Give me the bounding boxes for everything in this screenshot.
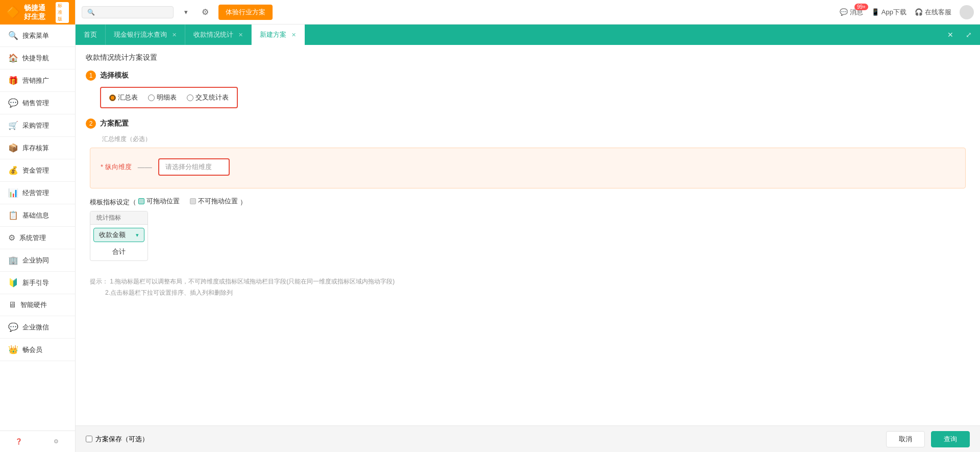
step2-title: 方案配置: [100, 119, 129, 128]
tips-item1: 提示： 1.拖动标题栏可以调整布局，不可跨维度或指标区域拖动栏目字段(只能在同一…: [90, 276, 966, 288]
radio-detail[interactable]: 明细表: [148, 93, 177, 102]
step1-header: 1 选择模板: [86, 70, 970, 81]
sidebar-item-guide[interactable]: 🔰 新手引导: [0, 272, 75, 294]
sidebar-item-purchase[interactable]: 🛒 采购管理: [0, 114, 75, 137]
sidebar-label-smart-hw: 智能硬件: [20, 300, 47, 310]
tab-home[interactable]: 首页: [76, 25, 106, 45]
radio-summary[interactable]: 汇总表: [109, 93, 138, 102]
settings-icon: ⚙: [54, 438, 59, 445]
metrics-label-text: 模板指标设定（: [90, 198, 136, 206]
sidebar-nav: 🔍 搜索菜单 🏠 快捷导航 🎁 营销推广 💬 销售管理 🛒 采购管理 📦 库存核…: [0, 25, 75, 431]
radio-cross[interactable]: 交叉统计表: [187, 93, 229, 102]
online-service-icon: 🎧: [915, 8, 923, 16]
sidebar-label-search-menu: 搜索菜单: [22, 31, 49, 40]
search-box[interactable]: 🔍: [82, 6, 174, 18]
sidebar-label-marketing: 营销推广: [22, 76, 49, 85]
sidebar-item-enterprise[interactable]: 🏢 企业协同: [0, 249, 75, 272]
sidebar-item-basic-info[interactable]: 📋 基础信息: [0, 204, 75, 227]
sidebar-label-finance: 资金管理: [22, 166, 49, 175]
save-checkbox-label: 方案保存（可选）: [95, 435, 149, 444]
app-download-label: App下载: [881, 8, 906, 17]
notification-item[interactable]: 💬 消息 99+: [840, 8, 863, 17]
metrics-separator: [181, 198, 188, 206]
logo-icon: 🔶: [6, 6, 20, 19]
sidebar-bottom-help[interactable]: ❓: [0, 435, 38, 448]
tab-bank-flow[interactable]: 现金银行流水查询 ✕: [106, 25, 185, 45]
radio-detail-input[interactable]: [148, 94, 155, 101]
radio-summary-input[interactable]: [109, 94, 116, 101]
bank-flow-tab-label: 现金银行流水查询: [114, 30, 167, 39]
sidebar-item-search-menu[interactable]: 🔍 搜索菜单: [0, 25, 75, 47]
sidebar-label-sales: 销售管理: [22, 99, 49, 108]
metrics-tag-amount[interactable]: 收款金额 ▾: [93, 228, 144, 242]
sidebar-item-inventory[interactable]: 📦 库存核算: [0, 137, 75, 159]
sidebar-item-smart-hw[interactable]: 🖥 智能硬件: [0, 294, 75, 316]
dimension-box: * 纵向维度 —— 请选择分组维度: [90, 148, 966, 188]
metrics-config: 模板指标设定（ 可拖动位置 不可拖动位置 ） 统计: [86, 197, 970, 261]
page-title: 收款情况统计方案设置: [86, 53, 970, 62]
dimension-select[interactable]: 请选择分组维度: [158, 158, 230, 176]
fixed-legend-dot: [190, 198, 196, 204]
radio-cross-input[interactable]: [187, 94, 193, 101]
new-plan-tab-close[interactable]: ✕: [291, 32, 296, 38]
purchase-icon: 🛒: [8, 121, 18, 130]
sidebar-item-marketing[interactable]: 🎁 营销推广: [0, 69, 75, 92]
search-menu-icon: 🔍: [8, 31, 18, 40]
tabbar-actions: ✕ ⤢: [943, 28, 980, 42]
receipt-stats-tab-close[interactable]: ✕: [238, 32, 243, 38]
quick-nav-icon: 🏠: [8, 53, 18, 63]
sidebar-item-operations[interactable]: 📊 经营管理: [0, 182, 75, 204]
step1-title: 选择模板: [100, 71, 129, 80]
topbar: 🔍 ▾ ⚙ 体验行业方案 💬 消息 99+ 📱 App下载 🎧 在线客服: [76, 0, 980, 25]
cancel-button[interactable]: 取消: [886, 431, 925, 447]
sidebar-item-member[interactable]: 👑 畅会员: [0, 339, 75, 361]
sidebar-item-system[interactable]: ⚙ 系统管理: [0, 227, 75, 249]
system-icon: ⚙: [8, 233, 15, 243]
metrics-table-label: 统计指标: [90, 211, 148, 225]
sidebar-label-inventory: 库存核算: [22, 144, 49, 153]
metrics-total: 合计: [90, 245, 148, 260]
topbar-dropdown-btn[interactable]: ▾: [180, 6, 192, 18]
wechat-icon: 💬: [8, 322, 18, 332]
save-checkbox[interactable]: [86, 436, 92, 442]
template-options: 汇总表 明细表 交叉统计表: [100, 87, 238, 108]
operations-icon: 📊: [8, 188, 18, 198]
tab-new-plan[interactable]: 新建方案 ✕: [252, 25, 305, 45]
metrics-tag-dropdown-icon: ▾: [136, 232, 139, 239]
new-plan-tab-label: 新建方案: [260, 30, 286, 39]
sidebar-item-quick-nav[interactable]: 🏠 快捷导航: [0, 47, 75, 69]
sidebar-item-wechat[interactable]: 💬 企业微信: [0, 316, 75, 339]
home-tab-label: 首页: [84, 30, 97, 39]
user-avatar[interactable]: [960, 5, 974, 19]
online-service-item[interactable]: 🎧 在线客服: [915, 8, 951, 17]
confirm-button[interactable]: 查询: [931, 431, 970, 447]
tips-text1: 1.拖动标题栏可以调整布局，不可跨维度或指标区域拖动栏目字段(只能在同一维度或指…: [110, 278, 395, 285]
app-download-item[interactable]: 📱 App下载: [871, 8, 906, 17]
sidebar-label-basic-info: 基础信息: [22, 211, 49, 220]
app-name: 畅捷通好生意: [24, 4, 52, 21]
notification-badge: 99+: [854, 4, 868, 10]
receipt-stats-tab-label: 收款情况统计: [193, 30, 233, 39]
movable-legend-dot: [138, 198, 144, 204]
metrics-label: 模板指标设定（ 可拖动位置 不可拖动位置 ）: [90, 197, 247, 207]
sidebar: 🔶 畅捷通好生意 标准版 🔍 搜索菜单 🏠 快捷导航 🎁 营销推广 💬 销售管理…: [0, 0, 76, 452]
dimension-config-label: 汇总维度（必选）: [86, 135, 970, 144]
topbar-gear-btn[interactable]: ⚙: [198, 5, 212, 19]
sidebar-item-sales[interactable]: 💬 销售管理: [0, 92, 75, 114]
sidebar-bottom-settings[interactable]: ⚙: [38, 435, 76, 448]
sidebar-item-finance[interactable]: 💰 资金管理: [0, 159, 75, 182]
help-icon: ❓: [15, 438, 22, 445]
tab-expand-btn[interactable]: ⤢: [962, 28, 976, 42]
bank-flow-tab-close[interactable]: ✕: [172, 32, 177, 38]
inventory-icon: 📦: [8, 143, 18, 153]
dimension-row: * 纵向维度 —— 请选择分组维度: [101, 158, 955, 176]
save-checkbox-area: 方案保存（可选）: [86, 435, 880, 444]
tab-receipt-stats[interactable]: 收款情况统计 ✕: [185, 25, 252, 45]
tips-text2: 2.点击标题栏下拉可设置排序、插入列和删除列: [105, 289, 233, 296]
step2-num: 2: [86, 118, 96, 129]
tips-section: 提示： 1.拖动标题栏可以调整布局，不可跨维度或指标区域拖动栏目字段(只能在同一…: [86, 271, 970, 303]
tab-close-all-btn[interactable]: ✕: [943, 28, 958, 42]
sidebar-label-enterprise: 企业协同: [22, 256, 49, 265]
metrics-header: 模板指标设定（ 可拖动位置 不可拖动位置 ）: [86, 197, 970, 207]
industry-btn[interactable]: 体验行业方案: [218, 5, 273, 20]
